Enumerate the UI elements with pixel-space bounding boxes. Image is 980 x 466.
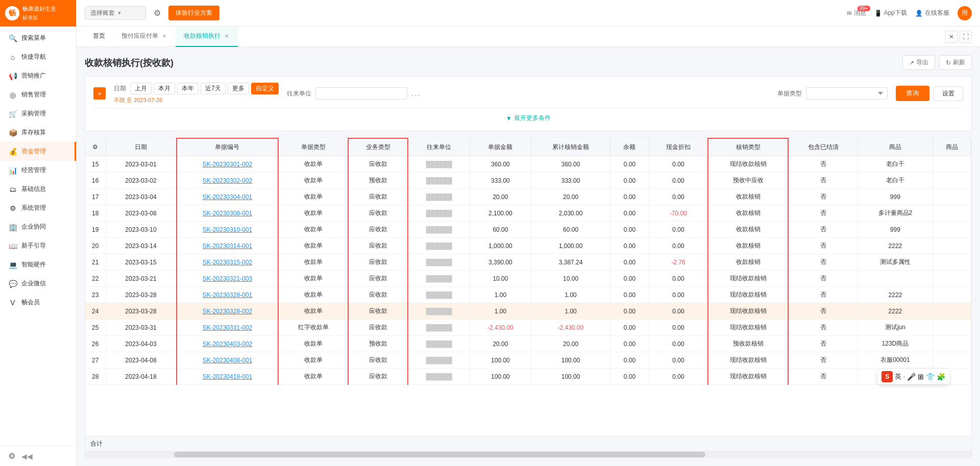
sidebar-item-inventory[interactable]: 📦 库存核算: [0, 123, 76, 142]
td-bill-no[interactable]: SK-20230314-001: [177, 238, 279, 254]
th-settings[interactable]: ⚙: [85, 138, 106, 156]
close-tab-button[interactable]: ✕: [945, 31, 958, 43]
td-goods: 999: [858, 189, 933, 205]
partner-input[interactable]: [315, 87, 407, 100]
sidebar-label-sales: 销售管理: [21, 90, 46, 99]
sidebar-settings-icon[interactable]: ⚙: [8, 451, 15, 461]
td-partner: ██████: [408, 271, 470, 287]
td-bill-no[interactable]: SK-20230301-002: [177, 156, 279, 173]
scrollbar-thumb[interactable]: [174, 452, 706, 457]
date-last-month[interactable]: 上月: [130, 83, 152, 94]
td-bill-no[interactable]: SK-20230328-001: [177, 287, 279, 303]
main-area: 选择账套 ▼ ⚙ 体验行业方案 ✉ 消息 99+ 📱 App下载 👤 在线客服 …: [77, 0, 980, 466]
ime-logo: S 英 · 🎤 ⊞ 👕 🧩: [877, 369, 949, 384]
td-no: 20: [85, 238, 106, 254]
sidebar-item-basic[interactable]: 🗂 基础信息: [0, 180, 76, 199]
sidebar-item-capital[interactable]: 💰 资金管理: [0, 142, 76, 161]
sidebar-item-guide[interactable]: 📖 新手引导: [0, 236, 76, 255]
td-amount: 20.00: [470, 189, 531, 205]
tab-receivable[interactable]: 预付应应付单 ✕: [113, 27, 176, 47]
sidebar-item-operation[interactable]: 📊 经营管理: [0, 161, 76, 180]
td-bill-no[interactable]: SK-20230321-003: [177, 271, 279, 287]
topbar-gear-button[interactable]: ⚙: [150, 6, 164, 20]
td-goods: 老白干: [858, 173, 933, 189]
close-receivable-tab-icon[interactable]: ✕: [161, 32, 167, 40]
logo-badge: 标准版: [22, 14, 56, 21]
solution-button[interactable]: 体验行业方案: [168, 6, 219, 20]
filter-expand-button[interactable]: ▼ 展开更多条件: [93, 112, 963, 125]
td-bill-no[interactable]: SK-20230331-002: [177, 320, 279, 336]
date-this-year[interactable]: 本年: [177, 83, 199, 94]
td-no: 22: [85, 271, 106, 287]
sidebar-item-vip[interactable]: V 畅会员: [0, 293, 76, 312]
sidebar-item-marketing[interactable]: 📢 营销推广: [0, 66, 76, 85]
td-goods2: [933, 352, 971, 369]
td-bill-no[interactable]: SK-20230308-001: [177, 205, 279, 222]
sidebar-item-corp[interactable]: 🏢 企业协同: [0, 217, 76, 236]
td-bill-no[interactable]: SK-20230408-001: [177, 352, 279, 369]
user-avatar[interactable]: 用: [958, 6, 972, 20]
td-has-cleared: 否: [788, 303, 857, 320]
td-date: 2023-04-08: [106, 352, 177, 369]
sidebar-item-shortcut[interactable]: ⌂ 快捷导航: [0, 47, 76, 66]
td-balance: 0.00: [610, 287, 649, 303]
shirt-icon[interactable]: 👕: [926, 373, 935, 381]
date-this-month[interactable]: 本月: [154, 83, 175, 94]
message-badge: 99+: [857, 6, 870, 11]
sidebar-item-purchase[interactable]: 🛒 采购管理: [0, 104, 76, 123]
corp-icon: 🏢: [8, 223, 17, 231]
td-verified: 360.00: [531, 156, 610, 173]
message-button[interactable]: ✉ 消息 99+: [847, 9, 866, 17]
table-wrapper[interactable]: ⚙ 日期 单据编号 单据类型 业务类型 往来单位 单据金额 累计核销金额 余额 …: [85, 138, 971, 436]
online-service-button[interactable]: 👤 在线客服: [915, 9, 949, 17]
td-bill-no[interactable]: SK-20230418-001: [177, 369, 279, 385]
setting-button[interactable]: 设置: [934, 86, 963, 101]
grid-icon[interactable]: ⊞: [918, 373, 924, 381]
close-verify-tab-icon[interactable]: ✕: [224, 32, 230, 40]
mic-icon[interactable]: 🎤: [907, 373, 916, 381]
horizontal-scrollbar[interactable]: [85, 451, 971, 457]
app-download-button[interactable]: 📱 App下载: [874, 9, 907, 17]
th-has-cleared: 包含已结清: [788, 138, 857, 156]
sidebar-collapse-icon[interactable]: ◀◀: [21, 452, 33, 460]
type-select[interactable]: [806, 87, 888, 100]
td-discount: 0.00: [649, 156, 708, 173]
date-more[interactable]: 更多: [228, 83, 249, 94]
maximize-tab-button[interactable]: ⛶: [960, 31, 972, 43]
td-bill-no[interactable]: SK-20230403-002: [177, 336, 279, 352]
td-has-cleared: 否: [788, 173, 857, 189]
td-balance: 0.00: [610, 352, 649, 369]
td-bill-type: 收款单: [278, 222, 348, 238]
sidebar-item-search[interactable]: 🔍 搜索菜单: [0, 29, 76, 47]
td-bill-no[interactable]: SK-20230302-002: [177, 173, 279, 189]
sidebar-item-sales[interactable]: ◎ 销售管理: [0, 85, 76, 104]
date-custom[interactable]: 自定义: [251, 83, 279, 94]
td-bill-no[interactable]: SK-20230328-002: [177, 303, 279, 320]
puzzle-icon[interactable]: 🧩: [937, 373, 945, 381]
td-biz-type: 应收款: [348, 369, 408, 385]
th-bill-no: 单据编号: [177, 138, 279, 156]
td-bill-no[interactable]: SK-20230310-001: [177, 222, 279, 238]
date-7days[interactable]: 近7天: [201, 83, 226, 94]
td-goods2: [933, 320, 971, 336]
selector-text: 选择账套: [90, 9, 115, 17]
filter-toggle-button[interactable]: »: [93, 87, 106, 100]
tab-home[interactable]: 首页: [85, 27, 113, 47]
query-button[interactable]: 查询: [896, 86, 929, 101]
td-bill-no[interactable]: SK-20230315-002: [177, 254, 279, 271]
refresh-button[interactable]: ↻ 刷新: [939, 55, 972, 70]
td-bill-no[interactable]: SK-20230304-001: [177, 189, 279, 205]
account-selector[interactable]: 选择账套 ▼: [85, 6, 146, 20]
td-goods: 123D商品: [858, 336, 933, 352]
td-verified: -2,430.00: [531, 320, 610, 336]
sidebar-item-hardware[interactable]: 💻 智能硬件: [0, 255, 76, 274]
td-discount: 0.00: [649, 336, 708, 352]
filter-partner-group: 往来单位 ...: [287, 87, 769, 100]
sidebar-item-wechat[interactable]: 💬 企业微信: [0, 274, 76, 293]
sidebar-item-system[interactable]: ⚙ 系统管理: [0, 199, 76, 217]
date-label: 日期: [114, 84, 126, 93]
export-button[interactable]: ↗ 导出: [902, 55, 935, 70]
tab-verify[interactable]: 收款核销执行 ✕: [176, 27, 238, 47]
td-bill-type: 收款单: [278, 189, 348, 205]
filter-date-group: 日期 上月 本月 本年 近7天 更多 自定义 不限 至 2023-07-26: [114, 83, 279, 104]
